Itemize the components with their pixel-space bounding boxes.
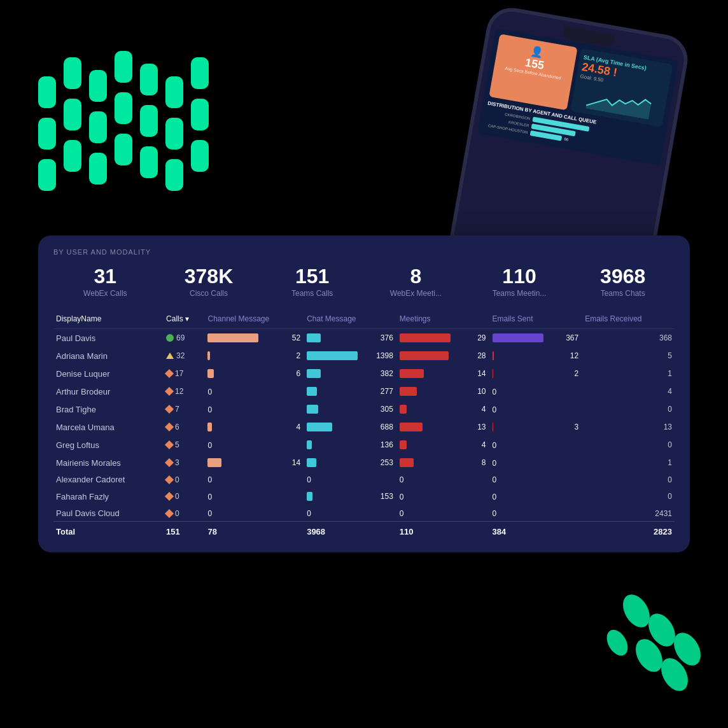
cell-name: Adriana Marin <box>53 347 164 365</box>
svg-rect-14 <box>38 159 56 191</box>
dashboard-card: BY USER AND MODALITY 31 WebEx Calls 378K… <box>38 235 690 552</box>
cell-total-emailssent: 384 <box>490 522 583 540</box>
cell-emails-sent: 0 <box>490 400 583 418</box>
cell-calls: 69 <box>164 329 205 347</box>
cell-total-emailsreceived: 2823 <box>582 522 675 540</box>
stat-teams-chats: 3968 Teams Chats <box>571 266 675 298</box>
cell-name: Paul Davis <box>53 329 164 347</box>
svg-rect-18 <box>140 146 158 178</box>
data-table: DisplayName Calls ▾ Channel Message Chat… <box>53 311 675 540</box>
cell-emails-received: 4 <box>582 382 675 400</box>
cell-name: Arthur Brodeur <box>53 382 164 400</box>
svg-rect-8 <box>64 99 81 130</box>
cell-calls: 7 <box>164 400 205 418</box>
svg-rect-5 <box>165 76 183 108</box>
svg-point-21 <box>617 590 655 632</box>
cell-calls: 12 <box>164 382 205 400</box>
cell-calls: 0 <box>164 472 205 487</box>
cell-name: Marcela Umana <box>53 418 164 436</box>
svg-rect-2 <box>89 70 107 102</box>
svg-rect-9 <box>89 111 107 143</box>
cell-chat: 1398 <box>304 347 397 365</box>
cell-chat: 253 <box>304 454 397 472</box>
cell-channel: 0 <box>205 382 304 400</box>
svg-point-22 <box>643 609 680 651</box>
svg-marker-27 <box>585 90 652 120</box>
cell-emails-received: 1 <box>582 454 675 472</box>
svg-rect-10 <box>115 92 132 124</box>
cell-total-meetings: 110 <box>397 522 490 540</box>
cell-emails-received: 0 <box>582 472 675 487</box>
cell-emails-received: 0 <box>582 436 675 454</box>
cell-meetings: 29 <box>397 329 490 347</box>
table-row: Denise Luquer 17 6 382 14 2 1 <box>53 365 675 382</box>
table-row: Paul Davis 69 52 376 29 367 368 <box>53 329 675 347</box>
stats-row: 31 WebEx Calls 378K Cisco Calls 151 Team… <box>53 266 675 298</box>
col-header-displayname: DisplayName <box>53 311 164 329</box>
stat-cisco-calls: 378K Cisco Calls <box>157 266 261 298</box>
svg-point-23 <box>668 628 706 670</box>
cell-meetings: 4 <box>397 400 490 418</box>
cell-emails-sent: 0 <box>490 487 583 505</box>
cell-name: Brad Tighe <box>53 400 164 418</box>
stat-webex-meetings: 8 WebEx Meeti... <box>364 266 468 298</box>
table-row: Faharah Fazly 0 0 153 0 0 0 <box>53 487 675 505</box>
cell-meetings: 4 <box>397 436 490 454</box>
svg-rect-17 <box>115 134 132 165</box>
cell-channel: 0 <box>205 505 304 522</box>
cell-name: Faharah Fazly <box>53 487 164 505</box>
cell-total-label: Total <box>53 522 164 540</box>
col-header-channel: Channel Message <box>205 311 304 329</box>
cell-chat: 277 <box>304 382 397 400</box>
table-row: Alexander Cadoret 0 0 0 0 0 0 <box>53 472 675 487</box>
table-row: Arthur Brodeur 12 0 277 10 0 4 <box>53 382 675 400</box>
svg-rect-0 <box>38 76 56 108</box>
svg-rect-16 <box>89 153 107 185</box>
svg-point-26 <box>603 626 632 659</box>
cell-emails-sent: 0 <box>490 505 583 522</box>
cell-channel: 0 <box>205 436 304 454</box>
svg-rect-11 <box>140 105 158 137</box>
svg-rect-4 <box>140 64 158 95</box>
cell-emails-sent: 0 <box>490 472 583 487</box>
svg-rect-20 <box>191 140 209 172</box>
cell-chat: 688 <box>304 418 397 436</box>
cell-emails-received: 1 <box>582 365 675 382</box>
table-total-row: Total 151 78 3968 110 384 2823 <box>53 522 675 540</box>
cell-total-calls: 151 <box>164 522 205 540</box>
cell-channel: 4 <box>205 418 304 436</box>
cell-name: Alexander Cadoret <box>53 472 164 487</box>
svg-rect-12 <box>165 118 183 150</box>
cell-emails-sent: 0 <box>490 454 583 472</box>
table-row: Adriana Marin 32 2 1398 28 12 5 <box>53 347 675 365</box>
col-header-emailsreceived: Emails Received <box>582 311 675 329</box>
cell-emails-received: 0 <box>582 487 675 505</box>
cell-emails-sent: 0 <box>490 436 583 454</box>
table-row: Paul Davis Cloud 0 0 0 0 0 2431 <box>53 505 675 522</box>
cell-chat: 305 <box>304 400 397 418</box>
section-title: BY USER AND MODALITY <box>53 248 675 256</box>
cell-meetings: 0 <box>397 487 490 505</box>
cell-channel: 14 <box>205 454 304 472</box>
svg-rect-19 <box>165 159 183 191</box>
cell-channel: 0 <box>205 472 304 487</box>
cell-emails-sent: 2 <box>490 365 583 382</box>
phone-sla-box: SLA (Avg Time in Secs) 24.58 ! Goal: 9.5… <box>570 48 673 127</box>
svg-rect-3 <box>115 51 132 83</box>
table-row: Mairienis Morales 3 14 253 8 0 1 <box>53 454 675 472</box>
cell-chat: 0 <box>304 505 397 522</box>
table-row: Greg Loftus 5 0 136 4 0 0 <box>53 436 675 454</box>
cell-meetings: 13 <box>397 418 490 436</box>
stat-teams-meetings: 110 Teams Meetin... <box>468 266 571 298</box>
cell-emails-sent: 3 <box>490 418 583 436</box>
cell-name: Denise Luquer <box>53 365 164 382</box>
cell-calls: 17 <box>164 365 205 382</box>
col-header-chat: Chat Message <box>304 311 397 329</box>
svg-rect-6 <box>191 57 209 89</box>
col-header-emailssent: Emails Sent <box>490 311 583 329</box>
phone-stat-box: 👤 155 Avg Secs Before Abandoned <box>489 34 577 110</box>
cell-chat: 153 <box>304 487 397 505</box>
cell-name: Mairienis Morales <box>53 454 164 472</box>
cell-chat: 0 <box>304 472 397 487</box>
cell-channel: 0 <box>205 400 304 418</box>
